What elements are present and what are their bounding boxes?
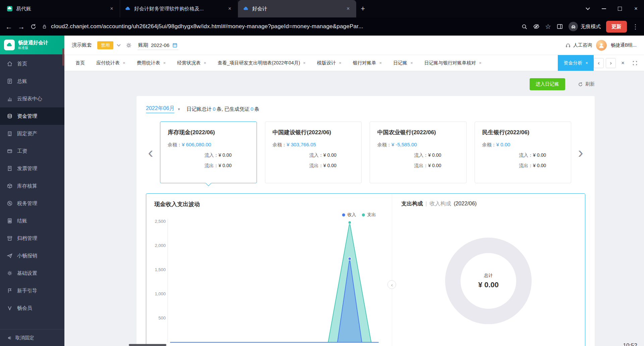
sidebar-item-fixed-assets[interactable]: 固定资产 xyxy=(0,125,64,142)
status-tag[interactable]: 禁用 xyxy=(97,41,113,49)
refresh-button[interactable]: 刷新 xyxy=(578,81,595,87)
app-tab-template-design[interactable]: 模版设计× xyxy=(311,55,347,71)
support-button[interactable]: 人工咨询 xyxy=(565,42,592,48)
lock-icon xyxy=(42,24,47,29)
flow-legend[interactable]: 收入支出 xyxy=(342,212,376,218)
tab-scroll-left-button[interactable]: ‹ xyxy=(594,58,604,68)
browser-tab-2[interactable]: 好会计财务管理软件购价格及... × xyxy=(120,0,238,17)
app-tab-label: 日记账 xyxy=(393,60,407,66)
app-tab-journal-bank-check[interactable]: 日记账与银行对账单核对× xyxy=(419,55,487,71)
sidebar-item-payroll[interactable]: 工资 xyxy=(0,142,64,160)
tab-close-icon[interactable]: × xyxy=(204,60,206,65)
sidebar-item-membership[interactable]: 畅会员 xyxy=(0,299,64,317)
accounting-period[interactable]: 账期 2022-06 xyxy=(138,41,178,50)
sidebar-item-fund-management[interactable]: 资金管理 xyxy=(0,107,64,125)
reload-icon[interactable] xyxy=(30,23,37,30)
month-caret-icon[interactable]: ▼ xyxy=(177,107,180,111)
legend-item[interactable]: 收入 xyxy=(342,212,356,218)
carousel-right-icon[interactable]: › xyxy=(576,121,585,183)
user-avatar[interactable] xyxy=(596,40,607,51)
maximize-button[interactable] xyxy=(612,0,628,17)
tab-list-chevron-icon[interactable] xyxy=(580,0,596,17)
balance-value: ¥ 0.00 xyxy=(496,142,511,147)
url-text[interactable]: cloud2.chanjet.com/accounting/uh26t264j5… xyxy=(51,23,363,30)
browser-menu-icon[interactable]: ⋮ xyxy=(632,23,639,31)
forward-icon[interactable]: → xyxy=(18,23,25,30)
enter-journal-button[interactable]: 进入日记账 xyxy=(530,78,565,90)
bookmark-star-icon[interactable]: ☆ xyxy=(545,22,551,31)
minimize-button[interactable] xyxy=(596,0,612,17)
outflow-label: 流出： xyxy=(205,163,219,168)
sidebar-item-reimbursement[interactable]: 小畅报销 xyxy=(0,247,64,264)
sidebar-item-guide[interactable]: 新手引导 xyxy=(0,282,64,299)
back-icon[interactable]: ← xyxy=(5,23,12,30)
account-card-minsheng[interactable]: 民生银行(2022/06) 余额：¥ 0.00 流入：¥ 0.00 流出：¥ 0… xyxy=(475,121,572,183)
tab-close-icon[interactable]: × xyxy=(585,60,588,65)
app-tab-journal[interactable]: 日记账× xyxy=(387,55,419,71)
incognito-icon xyxy=(569,22,578,31)
window-close-button[interactable]: × xyxy=(628,0,644,17)
sidebar-item-invoices[interactable]: 发票管理 xyxy=(0,160,64,177)
tab-close-icon[interactable]: × xyxy=(108,6,115,12)
sidebar-item-general-ledger[interactable]: 总账 xyxy=(0,72,64,90)
app-tab-home[interactable]: 首页 xyxy=(70,55,91,71)
sidebar-item-archive[interactable]: 归档管理 xyxy=(0,230,64,247)
sidebar-unpin-button[interactable]: 取消固定 xyxy=(0,329,64,346)
tab-close-icon[interactable]: × xyxy=(379,60,382,65)
search-icon[interactable] xyxy=(521,23,528,30)
account-set-label[interactable]: 演示账套 xyxy=(72,42,92,48)
app-tab-payables[interactable]: 应付统计表× xyxy=(91,55,131,71)
app-tab-project-detail[interactable]: 查看_项目研发支出明细表(2022年04月)× xyxy=(212,55,311,71)
donut-center-value: ¥ 0.00 xyxy=(478,281,499,289)
tab-close-icon[interactable]: × xyxy=(303,60,306,65)
inflow-value: ¥ 0.00 xyxy=(219,152,232,158)
tab-close-icon[interactable]: × xyxy=(339,60,341,65)
sidebar-item-home[interactable]: 首页 xyxy=(0,55,64,72)
tab-close-icon[interactable]: × xyxy=(345,6,352,12)
tab-close-icon[interactable]: × xyxy=(123,60,125,65)
app-tab-fund-analysis-active[interactable]: 资金分析× xyxy=(558,55,594,71)
tab-close-icon[interactable]: × xyxy=(163,60,166,65)
tab-close-icon[interactable]: × xyxy=(410,60,413,65)
tab-scroll-right-button[interactable]: › xyxy=(606,58,616,68)
browser-tab-3-active[interactable]: 好会计 × xyxy=(238,0,356,17)
account-card-abc[interactable]: 中国农业银行(2022/06) 余额：¥ -5,585.00 流入：¥ 0.00… xyxy=(370,121,467,183)
account-card-ccb[interactable]: 中国建设银行(2022/06) 余额：¥ 303,766.05 流入：¥ 0.0… xyxy=(265,121,362,183)
sidebar-item-inventory[interactable]: 库存核算 xyxy=(0,177,64,195)
side-panel-icon[interactable] xyxy=(556,23,563,30)
collapse-handle[interactable]: ‹ xyxy=(387,280,396,289)
app-tab-operating[interactable]: 经营状况表× xyxy=(171,55,212,71)
legend-item[interactable]: 支出 xyxy=(362,212,376,218)
income-composition-tab[interactable]: 收入构成 xyxy=(430,200,451,207)
user-name[interactable]: 畅捷通B组... xyxy=(611,42,637,48)
app-tab-bank-statement[interactable]: 银行对账单× xyxy=(347,55,388,71)
period-value[interactable]: 2022-06 xyxy=(151,42,169,48)
browser-tab-1[interactable]: 易代账 × xyxy=(2,0,120,17)
card-title: 库存现金(2022/06) xyxy=(168,129,249,136)
title-divider: | xyxy=(425,201,427,207)
carousel-left-icon[interactable]: ‹ xyxy=(146,121,155,183)
url-field[interactable]: cloud2.chanjet.com/accounting/uh26t264j5… xyxy=(42,23,516,30)
horizontal-scrollbar-thumb[interactable] xyxy=(129,344,166,346)
tab-close-icon[interactable]: × xyxy=(226,6,233,12)
journal-summary: 日记账总计0条, 已生成凭证0条 xyxy=(186,106,259,112)
eye-off-icon[interactable] xyxy=(533,23,540,30)
sidebar-item-closing[interactable]: 结账 xyxy=(0,212,64,230)
calendar-icon[interactable] xyxy=(172,42,178,48)
sidebar-scrollbar-thumb[interactable] xyxy=(62,48,64,66)
tab-close-icon[interactable]: × xyxy=(479,60,482,65)
expense-composition-tab[interactable]: 支出构成 xyxy=(401,200,423,207)
close-all-tabs-button[interactable]: × xyxy=(618,58,628,68)
app-tab-expense[interactable]: 费用统计表× xyxy=(131,55,172,71)
sidebar-item-settings[interactable]: 基础设置 xyxy=(0,264,64,282)
settings-gear-icon[interactable] xyxy=(125,42,132,49)
status-tag-caret-icon[interactable] xyxy=(117,43,120,46)
sidebar-item-tax[interactable]: 税务管理 xyxy=(0,195,64,212)
new-tab-button[interactable]: + xyxy=(356,2,370,15)
browser-update-button[interactable]: 更新 xyxy=(606,21,627,33)
fullscreen-icon[interactable] xyxy=(630,58,640,68)
month-selector[interactable]: 2022年06月 xyxy=(146,105,174,113)
sidebar-item-cloud-reports[interactable]: 云报表中心 xyxy=(0,90,64,107)
account-card-cash[interactable]: 库存现金(2022/06) 余额：¥ 606,080.00 流入：¥ 0.00 … xyxy=(160,121,257,183)
card-inflow-row: 流入：¥ 0.00 xyxy=(168,152,249,158)
